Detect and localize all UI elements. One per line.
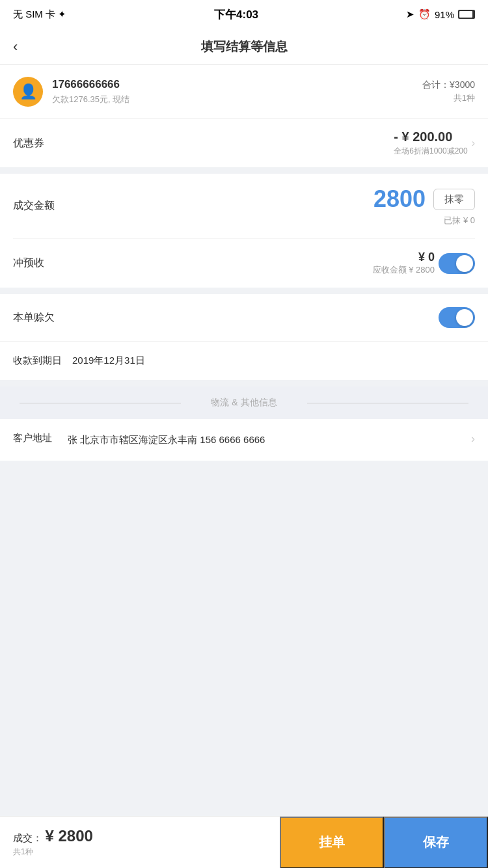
coupon-label: 优惠券 [13, 137, 44, 150]
count-label: 共1种 [422, 92, 475, 104]
round-zero-button[interactable]: 抹零 [433, 189, 475, 210]
status-time: 下午4:03 [214, 7, 258, 22]
duedate-label: 收款到期日 [13, 355, 62, 367]
gray-area [0, 467, 488, 519]
customer-info: 17666666666 欠款1276.35元, 现结 [52, 78, 129, 105]
nav-bar: ‹ 填写结算等信息 [0, 29, 488, 65]
debt-section: 本单赊欠 收款到期日 2019年12月31日 [0, 294, 488, 380]
divider-line-right [307, 403, 468, 403]
customer-left: 👤 17666666666 欠款1276.35元, 现结 [13, 77, 129, 107]
bottom-deal-row: 成交： ¥ 2800 [13, 827, 267, 845]
precharge-value: ¥ 0 [373, 251, 435, 264]
debt-row: 本单赊欠 [0, 294, 488, 341]
avatar: 👤 [13, 77, 43, 107]
avatar-icon: 👤 [20, 83, 37, 100]
status-bar: 无 SIM 卡 ✦ 下午4:03 ➤ ⏰ 91% [0, 0, 488, 29]
coupon-right: - ¥ 200.00 全场6折满1000减200 › [394, 129, 475, 157]
alarm-icon: ⏰ [418, 8, 431, 20]
deal-amount-value: 2800 [373, 185, 426, 213]
bottom-amount: ¥ 2800 [45, 827, 92, 845]
address-label: 客户地址 [13, 432, 52, 444]
amount-section: 成交金额 2800 抹零 已抹 ¥ 0 冲预收 ¥ 0 应收金额 ¥ 2800 [0, 174, 488, 288]
divider-text: 物流 & 其他信息 [211, 397, 277, 409]
coupon-desc: 全场6折满1000减200 [394, 146, 467, 157]
coupon-info: - ¥ 200.00 全场6折满1000减200 [394, 129, 467, 157]
address-section: 客户地址 张 北京市市辖区海淀区永丰南 156 6666 6666 › [0, 419, 488, 461]
deal-amount-row: 成交金额 2800 抹零 已抹 ¥ 0 [13, 174, 475, 239]
address-chevron-icon: › [471, 432, 475, 446]
coupon-chevron-icon: › [472, 137, 475, 149]
debt-toggle[interactable] [439, 307, 475, 328]
customer-row: 👤 17666666666 欠款1276.35元, 现结 合计：¥3000 共1… [0, 65, 488, 118]
customer-phone: 17666666666 [52, 78, 129, 91]
status-left: 无 SIM 卡 ✦ [13, 8, 66, 21]
page-title: 填写结算等信息 [201, 38, 288, 55]
bottom-deal-label: 成交： [13, 832, 42, 843]
coupon-row[interactable]: 优惠券 - ¥ 200.00 全场6折满1000减200 › [0, 118, 488, 167]
back-button[interactable]: ‹ [13, 38, 18, 55]
deal-amount-sub: 已抹 ¥ 0 [373, 215, 475, 226]
divider-section: 物流 & 其他信息 [0, 387, 488, 419]
coupon-discount: - ¥ 200.00 [394, 129, 467, 144]
hang-order-button[interactable]: 挂单 [280, 817, 384, 869]
total-label: 合计：¥3000 [422, 79, 475, 91]
location-icon: ➤ [406, 8, 414, 20]
battery-icon [458, 10, 475, 19]
customer-right: 合计：¥3000 共1种 [422, 79, 475, 104]
address-row[interactable]: 客户地址 张 北京市市辖区海淀区永丰南 156 6666 6666 › [0, 419, 488, 461]
duedate-value: 2019年12月31日 [72, 355, 145, 367]
precharge-toggle[interactable] [439, 253, 475, 274]
address-value: 张 北京市市辖区海淀区永丰南 156 6666 6666 [68, 432, 465, 448]
debt-label: 本单赊欠 [13, 311, 55, 325]
customer-section: 👤 17666666666 欠款1276.35元, 现结 合计：¥3000 共1… [0, 65, 488, 167]
save-button[interactable]: 保存 [384, 817, 488, 869]
customer-sub: 欠款1276.35元, 现结 [52, 94, 129, 105]
deal-amount-label: 成交金额 [13, 199, 55, 213]
precharge-sub: 应收金额 ¥ 2800 [373, 264, 435, 276]
status-right: ➤ ⏰ 91% [406, 8, 475, 20]
battery-text: 91% [435, 9, 454, 20]
bottom-info: 成交： ¥ 2800 共1种 [0, 827, 280, 858]
sim-text: 无 SIM 卡 ✦ [13, 8, 66, 21]
deal-amount-right: 2800 抹零 已抹 ¥ 0 [373, 185, 475, 226]
precharge-right: ¥ 0 应收金额 ¥ 2800 [373, 251, 475, 276]
precharge-row: 冲预收 ¥ 0 应收金额 ¥ 2800 [13, 239, 475, 288]
divider-line-left [20, 403, 181, 403]
bottom-count: 共1种 [13, 847, 267, 858]
precharge-label: 冲预收 [13, 256, 44, 270]
duedate-row: 收款到期日 2019年12月31日 [0, 341, 488, 380]
bottom-bar: 成交： ¥ 2800 共1种 挂单 保存 [0, 816, 488, 868]
